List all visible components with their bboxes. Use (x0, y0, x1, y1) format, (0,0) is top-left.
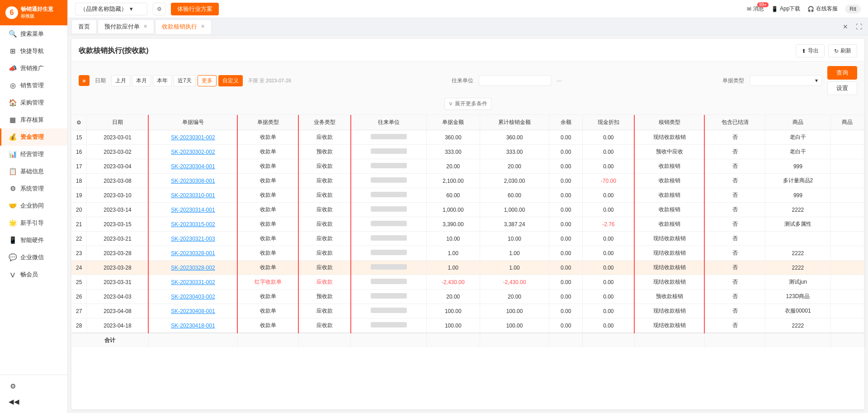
row-balance: 0.00 (549, 188, 583, 203)
table-row[interactable]: 172023-03-04SK-20230304-001收款单应收款20.0020… (71, 159, 864, 174)
row-product2 (830, 159, 864, 174)
sidebar-item-wechat[interactable]: 💬 企业微信 (0, 249, 67, 266)
sidebar-item-ops[interactable]: 📊 经营管理 (0, 146, 67, 163)
th-counterparty: 往来单位 (351, 115, 426, 130)
user-area[interactable]: Rit (845, 5, 861, 14)
sidebar-item-sales[interactable]: ◎ 销售管理 (0, 77, 67, 94)
export-button[interactable]: ⬆ 导出 (796, 44, 825, 57)
page-header: 收款核销执行(按收款) ⬆ 导出 ↻ 刷新 (71, 39, 864, 62)
last-7days-btn[interactable]: 近7天 (174, 75, 196, 86)
sidebar-item-inventory[interactable]: ▦ 库存核算 (0, 111, 67, 128)
expand-filter-button[interactable]: » (79, 75, 90, 86)
page-actions: ⬆ 导出 ↻ 刷新 (796, 44, 857, 57)
sidebar-item-member[interactable]: V 畅会员 (0, 266, 67, 283)
sidebar-item-hardware[interactable]: 📱 智能硬件 (0, 232, 67, 249)
table-row[interactable]: 262023-04-03SK-20230403-002收款单预收款20.0020… (71, 290, 864, 304)
sidebar-item-settings[interactable]: ⚙ (0, 379, 67, 394)
sidebar-item-company[interactable]: 🤝 企业协同 (0, 197, 67, 214)
row-product2 (830, 232, 864, 246)
row-id[interactable]: SK-20230331-002 (148, 275, 237, 290)
this-month-btn[interactable]: 本月 (132, 75, 151, 86)
last-month-btn[interactable]: 上月 (111, 75, 130, 86)
this-year-btn[interactable]: 本年 (153, 75, 172, 86)
counterparty-dots[interactable]: ··· (557, 77, 562, 84)
sidebar-item-collapse[interactable]: ◀◀ (0, 394, 67, 409)
table-row[interactable]: 282023-04-18SK-20230418-001收款单应收款100.001… (71, 318, 864, 333)
row-id[interactable]: SK-20230403-002 (148, 290, 237, 304)
table-row[interactable]: 272023-04-08SK-20230408-001收款单应收款100.001… (71, 304, 864, 318)
table-row[interactable]: 202023-03-14SK-20230314-001收款单应收款1,000.0… (71, 203, 864, 217)
more-date-btn[interactable]: 更多 (198, 75, 217, 86)
th-settings[interactable]: ⚙ (71, 115, 87, 130)
row-discount: 0.00 (583, 130, 635, 145)
online-service-button[interactable]: 🎧 在线客服 (807, 5, 838, 13)
sidebar-item-system[interactable]: ⚙ 系统管理 (0, 180, 67, 197)
sidebar-label-sales: 销售管理 (20, 81, 44, 90)
table-row[interactable]: 192023-03-10SK-20230310-001收款单应收款60.0060… (71, 188, 864, 203)
expand-more-button[interactable]: ∨ 展开更多条件 (444, 98, 491, 110)
row-discount: 0.00 (583, 203, 635, 217)
tab-prepay[interactable]: 预付款应付单✕ (98, 19, 154, 34)
collapse-icon: ◀◀ (9, 398, 17, 406)
row-id[interactable]: SK-20230301-002 (148, 130, 237, 145)
row-receipt-type: 收款单 (237, 130, 298, 145)
custom-date-btn[interactable]: 自定义 (218, 75, 243, 86)
table-area[interactable]: ⚙ 日期 单据编号 单据类型 业务类型 往来单位 单据金额 累计核销金额 余额 … (71, 115, 864, 409)
receipt-type-select[interactable]: ▾ (750, 75, 822, 86)
row-date: 2023-03-01 (87, 130, 149, 145)
counterparty-input[interactable] (479, 75, 551, 86)
tab-home[interactable]: 首页 (71, 19, 97, 34)
table-row[interactable]: 252023-03-31SK-20230331-002红字收款单应收款-2,43… (71, 275, 864, 290)
refresh-button[interactable]: ↻ 刷新 (828, 44, 857, 57)
row-product: 衣服00001 (765, 304, 831, 318)
sidebar-item-marketing[interactable]: 📣 营销推广 (0, 60, 67, 77)
close-all-tabs-button[interactable]: ✕ (840, 21, 851, 32)
row-id[interactable]: SK-20230308-001 (148, 174, 237, 188)
table-row[interactable]: 162023-03-02SK-20230302-002收款单预收款333.003… (71, 145, 864, 159)
table-header-row: ⚙ 日期 单据编号 单据类型 业务类型 往来单位 单据金额 累计核销金额 余额 … (71, 115, 864, 130)
settings-button[interactable]: 设置 (827, 81, 857, 95)
row-id[interactable]: SK-20230315-002 (148, 217, 237, 232)
row-product: 测试多属性 (765, 217, 831, 232)
row-included: 否 (704, 275, 765, 290)
row-date: 2023-03-28 (87, 261, 149, 275)
message-button[interactable]: ✉ 消息 99+ (747, 5, 764, 13)
tab-close-receipt[interactable]: ✕ (201, 24, 205, 29)
sidebar-item-basic[interactable]: 📋 基础信息 (0, 163, 67, 180)
row-id[interactable]: SK-20230310-001 (148, 188, 237, 203)
th-balance: 余额 (549, 115, 583, 130)
sidebar-item-purchase[interactable]: 🏠 采购管理 (0, 94, 67, 111)
sidebar-label-member: 畅会员 (20, 271, 38, 279)
sidebar-item-search[interactable]: 🔍 搜索菜单 (0, 25, 67, 43)
row-id[interactable]: SK-20230321-003 (148, 232, 237, 246)
tab-close-prepay[interactable]: ✕ (143, 24, 147, 29)
sidebar-item-quick-nav[interactable]: ⊞ 快捷导航 (0, 43, 67, 60)
row-receipt-type: 收款单 (237, 290, 298, 304)
row-id[interactable]: SK-20230302-002 (148, 145, 237, 159)
row-id[interactable]: SK-20230418-001 (148, 318, 237, 333)
row-receipt-type: 收款单 (237, 188, 298, 203)
query-button[interactable]: 查询 (827, 66, 857, 80)
table-row[interactable]: 212023-03-15SK-20230315-002收款单应收款3,390.0… (71, 217, 864, 232)
app-download-button[interactable]: 📱 App下载 (771, 5, 800, 13)
sidebar-item-guide[interactable]: 🌟 新手引导 (0, 214, 67, 232)
row-accum: 60.00 (480, 188, 549, 203)
table-row[interactable]: 242023-03-28SK-20230328-002收款单应收款1.001.0… (71, 261, 864, 275)
table-row[interactable]: 182023-03-08SK-20230308-001收款单应收款2,100.0… (71, 174, 864, 188)
row-id[interactable]: SK-20230408-001 (148, 304, 237, 318)
row-id[interactable]: SK-20230314-001 (148, 203, 237, 217)
row-write-off: 收款核销 (634, 174, 704, 188)
row-id[interactable]: SK-20230328-001 (148, 246, 237, 261)
tab-receipt[interactable]: 收款核销执行✕ (155, 19, 212, 34)
row-id[interactable]: SK-20230304-001 (148, 159, 237, 174)
maximize-button[interactable]: ⛶ (854, 21, 864, 32)
table-row[interactable]: 222023-03-21SK-20230321-003收款单应收款10.0010… (71, 232, 864, 246)
experience-button[interactable]: 体验行业方案 (171, 3, 219, 15)
brand-selector[interactable]: （品牌名称隐藏） ▾ (75, 3, 147, 15)
gear-icon: ⚙ (157, 6, 162, 12)
gear-button[interactable]: ⚙ (153, 3, 165, 15)
table-row[interactable]: 232023-03-28SK-20230328-001收款单应收款1.001.0… (71, 246, 864, 261)
table-row[interactable]: 152023-03-01SK-20230301-002收款单应收款360.003… (71, 130, 864, 145)
row-id[interactable]: SK-20230328-002 (148, 261, 237, 275)
sidebar-item-finance[interactable]: 💰 资金管理 (0, 128, 67, 146)
